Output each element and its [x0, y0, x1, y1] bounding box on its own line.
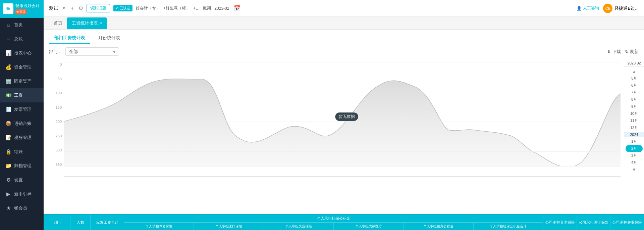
sidebar-item-invoice[interactable]: 🧾 发票管理: [0, 102, 44, 117]
sub-tab-dept[interactable]: 部门工资统计表: [49, 33, 90, 44]
help-icon: 👤: [577, 6, 582, 11]
toolbar-right: ⬇ 下载 ↻ 刷新: [607, 49, 639, 55]
th-group-personal-cells: 个人承担养老保险 个人承担医疗保险 个人承担失业保险 个人承担大额医疗 个人承担…: [124, 223, 543, 230]
th-personal-medical: 个人承担医疗保险: [194, 223, 264, 230]
help-button[interactable]: 👤 人工咨询: [577, 5, 599, 11]
home-icon: ⌂: [5, 22, 11, 28]
nav-up-arrow[interactable]: ▲: [631, 68, 637, 75]
sub-tab-monthly[interactable]: 月份统计表: [93, 33, 125, 44]
sub-tabs: 部门工资统计表 月份统计表: [44, 30, 644, 44]
year-2024-label: 2024: [624, 132, 644, 137]
y-label-150: 150: [50, 105, 64, 109]
sidebar-item-label: 进销台账: [14, 121, 32, 127]
tabs-bar: 首页 工资统计报表 ×: [44, 17, 644, 30]
y-axis: 350 300 250 200 150 100 50 0: [50, 62, 64, 167]
month-10[interactable]: 10月: [624, 110, 644, 117]
th-personal-total: 个人承担社保公积金合计: [474, 223, 543, 230]
sidebar-item-label: 归档管理: [14, 163, 32, 169]
download-button[interactable]: ⬇ 下载: [607, 49, 621, 55]
th-count: 人数: [70, 215, 91, 230]
avatar: CE: [603, 4, 612, 13]
purchase-icon: 📦: [5, 121, 11, 127]
th-personal-housing: 个人承担住房公积金: [404, 223, 473, 230]
sidebar-item-assets[interactable]: 🏢 固定资产: [0, 74, 44, 88]
y-label-350: 350: [50, 163, 64, 167]
topbar-status-2: +好生意（标）: [163, 5, 190, 11]
sidebar-item-reports[interactable]: 📊 报表中心: [0, 46, 44, 60]
refresh-icon: ↻: [625, 49, 629, 54]
tab-home[interactable]: 首页: [49, 17, 67, 29]
tab-close-btn[interactable]: ×: [100, 21, 102, 25]
sidebar-item-label: 首页: [14, 22, 23, 28]
chart-inner: 暂无数据: [64, 62, 621, 167]
guide-icon: ▶: [5, 191, 11, 197]
th-personal-group: 个人承担社保公积金 个人承担养老保险 个人承担医疗保险 个人承担失业保险 个人承…: [124, 215, 543, 230]
grid-line-4: [64, 122, 621, 122]
sidebar-item-tax[interactable]: 📝 税务管理: [0, 131, 44, 145]
grid-line-bottom: [64, 166, 621, 167]
grid-line-5: [64, 137, 621, 137]
right-panel: 2023.02 ▲ 5月 6月 7月 8月 9月 10月 11月 12月 202…: [624, 59, 644, 214]
sidebar-item-archive[interactable]: 📁 归档管理: [0, 159, 44, 173]
topbar-settings-btn[interactable]: ⚙: [78, 5, 83, 11]
th-dept: 部门: [44, 215, 70, 230]
switch-version-button[interactable]: 切到旧版: [87, 4, 110, 12]
sidebar-item-member[interactable]: ★ 畅会员: [0, 201, 44, 215]
th-total-salary: 应发工资合计: [91, 215, 124, 230]
sidebar-item-purchase[interactable]: 📦 进销台账: [0, 117, 44, 131]
toolbar-left: 部门： 全部 ▼: [49, 47, 119, 56]
topbar-add-btn[interactable]: +: [71, 5, 74, 11]
grid-line-1: [64, 77, 621, 77]
content-toolbar: 部门： 全部 ▼ ⬇ 下载 ↻ 刷新: [44, 44, 644, 59]
topbar-dropdown-arrow[interactable]: ▼: [62, 6, 66, 11]
ledger-icon: ≡: [5, 36, 11, 42]
download-icon: ⬇: [607, 49, 611, 54]
table-header: 部门 人数 应发工资合计 个人承担社保公积金 个人承担养老保险 个人承担医疗保险…: [44, 214, 644, 230]
month-1[interactable]: 1月: [624, 138, 644, 145]
x-axis: [64, 176, 621, 177]
dept-select[interactable]: 全部: [65, 47, 119, 56]
month-5[interactable]: 5月: [624, 75, 644, 82]
sidebar-item-salary[interactable]: 💵 工资: [0, 88, 44, 102]
logo-text: 畅康通好会计 专业版: [15, 3, 40, 14]
topbar-status-3: +…: [193, 6, 200, 11]
month-6[interactable]: 6月: [624, 82, 644, 89]
grid-line-6: [64, 151, 621, 152]
sidebar-item-label: 报表中心: [14, 50, 32, 56]
tab-label: 工资统计报表: [72, 20, 98, 26]
sidebar-item-label: 结账: [14, 149, 23, 155]
sidebar-item-label: 设置: [14, 177, 23, 183]
refresh-button[interactable]: ↻ 刷新: [625, 49, 639, 55]
sidebar-item-ledger[interactable]: ≡ 总账: [0, 32, 44, 46]
th-personal-major-medical: 个人承担大额医疗: [334, 223, 404, 230]
nav-down-arrow[interactable]: ▼: [631, 166, 637, 173]
closing-icon: 🔒: [5, 149, 11, 155]
topbar: 测试 ▼ + ⚙ 切到旧版 ✓ 已认证 好会计（专） +好生意（标） +… 账期…: [44, 0, 644, 17]
y-label-300: 300: [50, 148, 64, 152]
month-12[interactable]: 12月: [624, 124, 644, 131]
th-company-medical: 公司承担医疗保险: [577, 215, 610, 230]
sidebar-item-label: 工资: [14, 92, 23, 98]
logo-icon: 畅: [3, 3, 13, 14]
sidebar-item-home[interactable]: ⌂ 首页: [0, 18, 44, 32]
tab-salary-report[interactable]: 工资统计报表 ×: [67, 17, 107, 29]
th-company-unemployment: 公司承担失业保险: [610, 215, 644, 230]
user-menu[interactable]: CE 轻捷通B边...: [603, 4, 639, 13]
month-8[interactable]: 8月: [624, 96, 644, 103]
calendar-icon[interactable]: 📅: [234, 5, 240, 11]
assets-icon: 🏢: [5, 78, 11, 84]
chart-area: 350 300 250 200 150 100 50 0: [44, 59, 644, 214]
dept-select-wrap: 全部 ▼: [65, 47, 119, 56]
month-7[interactable]: 7月: [624, 89, 644, 96]
month-9[interactable]: 9月: [624, 103, 644, 110]
month-2-active[interactable]: 2月: [626, 145, 643, 152]
sidebar-item-settings[interactable]: ⚙ 设置: [0, 173, 44, 187]
main-area: 测试 ▼ + ⚙ 切到旧版 ✓ 已认证 好会计（专） +好生意（标） +… 账期…: [44, 0, 644, 230]
sidebar-item-guide[interactable]: ▶ 新手引导: [0, 187, 44, 201]
sidebar-item-closing[interactable]: 🔒 结账: [0, 145, 44, 159]
month-3[interactable]: 3月: [624, 152, 644, 159]
month-4[interactable]: 4月: [624, 159, 644, 166]
sidebar-item-funds[interactable]: 💰 资金管理: [0, 60, 44, 74]
month-11[interactable]: 11月: [624, 117, 644, 124]
archive-icon: 📁: [5, 163, 11, 169]
